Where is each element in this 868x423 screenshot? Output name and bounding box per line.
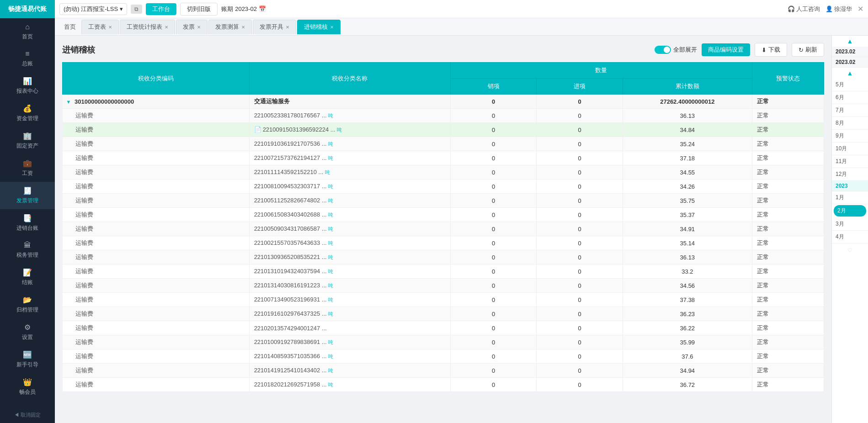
user-info[interactable]: 👤 徐湿华: [825, 5, 852, 13]
calendar-icon[interactable]: 📅: [259, 5, 266, 12]
tab-invoice[interactable]: 发票 ✕: [176, 20, 208, 34]
tab-reconcile-close[interactable]: ✕: [330, 25, 334, 30]
sidebar-item-settings[interactable]: ⚙ 设置: [0, 318, 55, 346]
table-row[interactable]: 运输费 📄2210091503139659222​4 ... 吨 0 0 34.…: [63, 123, 824, 137]
tab-invoice-open-close[interactable]: ✕: [286, 25, 289, 30]
sidebar-item-invoice[interactable]: 🧾 发票管理: [0, 182, 55, 209]
month-3[interactable]: 3月: [832, 218, 868, 231]
table-row[interactable]: 运输费 2210052338178017656​7 ... 吨 0 0 36.1…: [63, 109, 824, 123]
cell-status: 正常: [752, 236, 824, 250]
service-button[interactable]: 🎧 人工咨询: [788, 5, 820, 13]
table-row[interactable]: 运输费 2210081009453230371​7 ... 吨 0 0 34.2…: [63, 180, 824, 194]
table-row[interactable]: 运输费 2210061508340340268​8 ... 吨 0 0 35.3…: [63, 208, 824, 222]
cell-total: 37.38: [623, 293, 752, 307]
table-row[interactable]: 运输费 2210131019432403759​4 ... 吨 0 0 33.2…: [63, 264, 824, 279]
month-1[interactable]: 1月: [832, 191, 868, 204]
table-row[interactable]: 运输费 2210072157376219412​7 ... 吨 0 0 37.1…: [63, 151, 824, 165]
sidebar-item-salary[interactable]: 💼 工资: [0, 154, 55, 182]
tab-home[interactable]: 首页: [59, 20, 80, 34]
settings-button[interactable]: 商品编码设置: [702, 43, 750, 56]
sidebar-item-ledger[interactable]: ≡ 总账: [0, 45, 55, 72]
table-row[interactable]: 运输费 2210131403081619122​3 ... 吨 0 0 34.5…: [63, 279, 824, 293]
sidebar-item-funds[interactable]: 💰 资金管理: [0, 100, 55, 127]
close-button[interactable]: ✕: [857, 5, 863, 13]
sidebar-item-report[interactable]: 📊 报表中心: [0, 72, 55, 100]
month-11[interactable]: 11月: [832, 155, 868, 168]
nav-up-arrow[interactable]: ▲: [832, 36, 868, 47]
tab-invoice-check-close[interactable]: ✕: [241, 25, 245, 30]
table-row[interactable]: 运输费 2210201357429400124​7 ... 0 0 36.22 …: [63, 321, 824, 335]
download-button[interactable]: ⬇ 下载: [755, 43, 787, 57]
sidebar-item-label: 新手引导: [16, 361, 38, 369]
sidebar-item-member[interactable]: 👑 畅会员: [0, 373, 55, 401]
cell-name: 2210111143592152210 ... 吨: [249, 165, 450, 180]
tax-icon: 🏛: [24, 241, 31, 249]
table-row[interactable]: ▼ 301000000000000000 交通运输服务 0 0 27262.40…: [63, 95, 824, 109]
table-row[interactable]: 运输费 2210111143592152210 ... 吨 0 0 34.55 …: [63, 165, 824, 180]
table-row[interactable]: 运输费 2210182021269257195​8 ... 吨 0 0 36.7…: [63, 378, 824, 392]
month-6[interactable]: 6月: [832, 91, 868, 104]
sidebar-item-label: 总账: [22, 60, 33, 68]
table-row[interactable]: 运输费 2210191610297643732​5 ... 吨 0 0 36.2…: [63, 307, 824, 321]
tab-salary[interactable]: 工资表 ✕: [81, 20, 119, 34]
table-row[interactable]: 运输费 2210050903431708658​7 ... 吨 0 0 34.9…: [63, 222, 824, 236]
sidebar-item-guide[interactable]: 🆕 新手引导: [0, 346, 55, 373]
expand-icon[interactable]: ▼: [66, 99, 71, 105]
tag: 吨: [328, 311, 333, 317]
sidebar-item-settlement[interactable]: 📝 结账: [0, 264, 55, 291]
tab-invoice-check[interactable]: 发票测算 ✕: [208, 20, 252, 34]
refresh-button[interactable]: ↻ 刷新: [792, 43, 824, 57]
tab-salary-report-close[interactable]: ✕: [165, 25, 168, 30]
table-row[interactable]: 运输费 2210191036192170753​6 ... 吨 0 0 35.2…: [63, 137, 824, 151]
sidebar-item-archive[interactable]: 📂 归档管理: [0, 291, 55, 318]
expand-toggle[interactable]: [655, 46, 671, 54]
table-row[interactable]: 运输费 2210051125282667480​2 ... 吨 0 0 35.7…: [63, 194, 824, 208]
table-row[interactable]: 运输费 2210021557035764363​3 ... 吨 0 0 35.1…: [63, 236, 824, 250]
unpin-button[interactable]: ◀ 取消固定: [0, 407, 55, 423]
copy-button[interactable]: ⧉: [131, 5, 142, 14]
sidebar-item-purchase-sale[interactable]: 📑 进销台账: [0, 209, 55, 237]
sidebar-item-label: 固定资产: [16, 142, 38, 150]
cell-buy: 0: [537, 236, 623, 250]
tab-salary-report[interactable]: 工资统计报表 ✕: [120, 20, 175, 34]
table-row[interactable]: 运输费 2210071349052319693​1 ... 吨 0 0 37.3…: [63, 293, 824, 307]
month-4[interactable]: 4月: [832, 231, 868, 243]
company-selector[interactable]: (勿动) 江西报宝-LSS ▾: [59, 3, 127, 15]
sidebar-item-tax[interactable]: 🏛 税务管理: [0, 237, 55, 264]
cell-code: 运输费: [63, 222, 250, 236]
table-row[interactable]: 运输费 2210130936520853522​1 ... 吨 0 0 36.1…: [63, 250, 824, 264]
sidebar: 畅捷通易代账 ⌂ 首页 ≡ 总账 📊 报表中心 💰 资金管理 🏢 固定资产 💼 …: [0, 0, 55, 423]
sidebar-item-assets[interactable]: 🏢 固定资产: [0, 127, 55, 154]
table-row[interactable]: 运输费 2210140859357103536​6 ... 吨 0 0 37.6…: [63, 349, 824, 364]
tab-invoice-label: 发票: [183, 23, 195, 31]
cell-total: 36.22: [623, 321, 752, 335]
tab-salary-close[interactable]: ✕: [108, 25, 112, 30]
unpin-label: ◀: [14, 412, 21, 418]
cell-code: 运输费: [63, 151, 250, 165]
nav-up-arrow2[interactable]: ▲: [832, 68, 868, 79]
month-12[interactable]: 12月: [832, 168, 868, 181]
workspace-button[interactable]: 工作台: [146, 3, 176, 15]
month-2[interactable]: 2月: [834, 205, 866, 217]
cell-name: 2210191036192170753​6 ... 吨: [249, 137, 450, 151]
cell-sale: 0: [450, 95, 537, 109]
month-7[interactable]: 7月: [832, 104, 868, 117]
cell-sale: 0: [450, 378, 537, 392]
tab-invoice-close[interactable]: ✕: [197, 25, 201, 30]
tab-invoice-open[interactable]: 发票开具 ✕: [253, 20, 296, 34]
cell-code: 运输费: [63, 208, 250, 222]
cell-status: 正常: [752, 293, 824, 307]
switch-button[interactable]: 切到旧版: [180, 3, 218, 16]
sidebar-item-home[interactable]: ⌂ 首页: [0, 18, 55, 45]
sidebar-item-label: 报表中心: [16, 87, 38, 95]
cell-sale: 0: [450, 236, 537, 250]
month-9[interactable]: 9月: [832, 130, 868, 143]
tab-reconcile[interactable]: 进销稽核 ✕: [297, 20, 341, 34]
cell-buy: 0: [537, 95, 623, 109]
month-5[interactable]: 5月: [832, 79, 868, 91]
table-row[interactable]: 运输费 2210141912541014340​2 ... 吨 0 0 34.9…: [63, 364, 824, 378]
month-8[interactable]: 8月: [832, 117, 868, 130]
table-row[interactable]: 运输费 2210100919278983869​1 ... 吨 0 0 35.9…: [63, 335, 824, 349]
cell-buy: 0: [537, 279, 623, 293]
month-10[interactable]: 10月: [832, 143, 868, 155]
